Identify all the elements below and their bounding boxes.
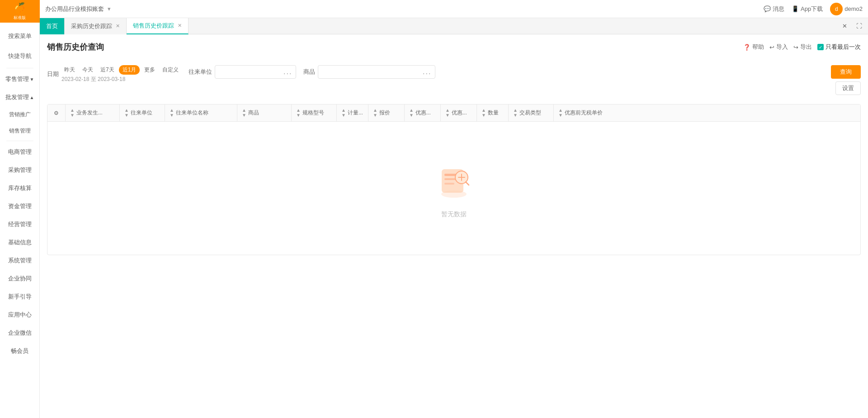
product-input-dots: ... [423, 68, 431, 76]
sidebar-item-label-system: 系统管理 [8, 256, 32, 265]
empty-text: 暂无数据 [441, 210, 467, 218]
page-title-actions: ❓ 帮助 ↩ 导入 ↪ 导出 ✓ 只看最后一次 [743, 43, 861, 51]
th-tax-price[interactable]: ▲ ▼ 优惠前无税单价 [554, 104, 860, 121]
sidebar-item-label-guide: 新手引导 [8, 293, 32, 301]
product-input[interactable]: ... [318, 65, 435, 79]
sidebar-item-retail[interactable]: 零售管理 ▼ [0, 70, 40, 88]
unit-input[interactable]: ... [215, 65, 296, 79]
date-btn-today[interactable]: 今天 [80, 65, 96, 75]
only-last-checkbox-area[interactable]: ✓ 只看最后一次 [817, 43, 861, 51]
tab-close-all-btn[interactable]: ✕ [839, 21, 850, 32]
only-last-checkbox[interactable]: ✓ [817, 44, 824, 50]
sidebar-item-label-sales-manage: 销售管理 [9, 127, 31, 135]
th-qty[interactable]: ▲ ▼ 数量 [477, 104, 509, 121]
data-table: ⚙ ▲ ▼ 业务发生... ▲ ▼ 往来单位 [47, 104, 861, 255]
sidebar-item-enterprise[interactable]: 企业协同 [0, 270, 40, 288]
topbar-appdownload-btn[interactable]: 📱 App下载 [792, 5, 823, 13]
topbar-dropdown-icon[interactable]: ▾ [108, 5, 111, 12]
th-product[interactable]: ▲ ▼ 商品 [237, 104, 292, 121]
sidebar-item-finance[interactable]: 资金管理 [0, 197, 40, 215]
th-date-label: 业务发生... [76, 109, 103, 117]
date-btn-1month[interactable]: 近1月 [119, 65, 140, 75]
phone-icon: 📱 [792, 5, 799, 12]
th-quote[interactable]: ▲ ▼ 报价 [368, 104, 405, 121]
th-unit-name-label: 往来单位名称 [176, 109, 208, 117]
sidebar-item-shortcut[interactable]: 快捷导航 [0, 46, 40, 66]
help-label: 帮助 [752, 43, 764, 51]
sidebar-item-label-wechat: 企业微信 [8, 329, 32, 337]
sidebar-item-label-finance: 资金管理 [8, 202, 32, 210]
th-trade-type[interactable]: ▲ ▼ 交易类型 [509, 104, 554, 121]
topbar-message-btn[interactable]: 💬 消息 [764, 5, 784, 13]
message-label: 消息 [773, 5, 784, 13]
sidebar-item-search[interactable]: 搜索菜单 [0, 26, 40, 46]
sidebar-item-label-retail: 零售管理 [5, 75, 29, 83]
settings-button[interactable]: 设置 [835, 81, 861, 95]
th-date[interactable]: ▲ ▼ 业务发生... [66, 104, 120, 121]
sidebar-item-wholesale[interactable]: 批发管理 ▲ [0, 88, 40, 106]
th-unit-id[interactable]: ▲ ▼ 往来单位 [120, 104, 165, 121]
sidebar-item-guide[interactable]: 新手引导 [0, 288, 40, 306]
message-icon: 💬 [764, 5, 771, 12]
app-logo[interactable]: 🍊 标准版 [0, 0, 40, 23]
content-area: 销售历史价查询 ❓ 帮助 ↩ 导入 ↪ 导出 ✓ 只看最后一次 [40, 34, 868, 418]
query-button[interactable]: 查询 [831, 65, 861, 79]
date-btn-more[interactable]: 更多 [142, 65, 158, 75]
th-tax-price-sort-icon: ▲ ▼ [558, 108, 563, 118]
date-btn-custom[interactable]: 自定义 [160, 65, 181, 75]
sidebar-item-operation[interactable]: 经营管理 [0, 215, 40, 233]
export-icon: ↪ [793, 44, 798, 51]
th-discount1-sort-icon: ▲ ▼ [409, 108, 414, 118]
tab-purchase-history[interactable]: 采购历史价跟踪 ✕ [65, 18, 127, 34]
topbar-user-area[interactable]: d demo2 [830, 3, 863, 15]
sidebar-item-ecommerce[interactable]: 电商管理 [0, 143, 40, 161]
export-btn[interactable]: ↪ 导出 [793, 43, 812, 51]
sidebar-item-sales-manage[interactable]: 销售管理 [0, 123, 40, 139]
gear-icon: ⚙ [54, 110, 59, 116]
tab-actions: ✕ ⛶ [839, 21, 868, 32]
tabbar: 首页 采购历史价跟踪 ✕ 销售历史价跟踪 ✕ ✕ ⛶ [40, 18, 868, 34]
th-spec[interactable]: ▲ ▼ 规格型号 [292, 104, 337, 121]
sidebar-item-appstore[interactable]: 应用中心 [0, 306, 40, 324]
sidebar-item-wechat[interactable]: 企业微信 [0, 324, 40, 342]
date-filter-label: 日期 [47, 70, 59, 78]
th-gear[interactable]: ⚙ [47, 104, 66, 121]
th-product-label: 商品 [248, 109, 259, 117]
page-title-bar: 销售历史价查询 ❓ 帮助 ↩ 导入 ↪ 导出 ✓ 只看最后一次 [47, 42, 861, 52]
th-measure[interactable]: ▲ ▼ 计量... [337, 104, 368, 121]
date-btn-yesterday[interactable]: 昨天 [61, 65, 78, 75]
table-header: ⚙ ▲ ▼ 业务发生... ▲ ▼ 往来单位 [47, 104, 860, 122]
date-filter: 日期 昨天 今天 近7天 近1月 更多 自定义 2023-02-18 至 202… [47, 65, 181, 83]
tab-home[interactable]: 首页 [40, 18, 65, 34]
sidebar-item-system[interactable]: 系统管理 [0, 252, 40, 270]
tab-sales-history[interactable]: 销售历史价跟踪 ✕ [127, 18, 189, 34]
sidebar-item-member[interactable]: 畅会员 [0, 342, 40, 360]
sidebar-item-label-search: 搜索菜单 [8, 32, 32, 40]
topbar-title: 办公用品行业模拟账套 [45, 5, 104, 13]
th-unit-name[interactable]: ▲ ▼ 往来单位名称 [165, 104, 237, 121]
tab-maximize-btn[interactable]: ⛶ [854, 21, 864, 32]
product-filter: 商品 ... [303, 65, 435, 79]
th-tax-price-label: 优惠前无税单价 [565, 109, 603, 117]
sidebar-item-purchase[interactable]: 采购管理 [0, 161, 40, 179]
help-btn[interactable]: ❓ 帮助 [743, 43, 764, 51]
import-btn[interactable]: ↩ 导入 [769, 43, 788, 51]
tab-purchase-history-close[interactable]: ✕ [116, 23, 120, 29]
th-discount2[interactable]: ▲ ▼ 优惠... [441, 104, 477, 121]
sidebar: 🍊 标准版 搜索菜单 快捷导航 零售管理 ▼ 批发管理 ▲ 营销推广 销售管理 … [0, 0, 40, 418]
sidebar-item-label-inventory: 库存核算 [8, 184, 32, 192]
empty-icon [431, 158, 476, 203]
sidebar-item-basic[interactable]: 基础信息 [0, 233, 40, 252]
th-spec-label: 规格型号 [302, 109, 324, 117]
import-label: 导入 [776, 43, 788, 51]
th-discount1[interactable]: ▲ ▼ 优惠... [405, 104, 441, 121]
tab-sales-history-close[interactable]: ✕ [178, 23, 182, 28]
topbar: 办公用品行业模拟账套 ▾ 💬 消息 📱 App下载 d demo2 [40, 0, 868, 18]
th-trade-type-label: 交易类型 [519, 109, 541, 117]
svg-line-8 [466, 182, 469, 185]
sidebar-item-inventory[interactable]: 库存核算 [0, 179, 40, 197]
sidebar-item-marketing[interactable]: 营销推广 [0, 106, 40, 123]
date-filter-btns: 昨天 今天 近7天 近1月 更多 自定义 [61, 65, 181, 75]
main-area: 办公用品行业模拟账套 ▾ 💬 消息 📱 App下载 d demo2 首页 采购历… [40, 0, 868, 418]
date-btn-7days[interactable]: 近7天 [98, 65, 117, 75]
